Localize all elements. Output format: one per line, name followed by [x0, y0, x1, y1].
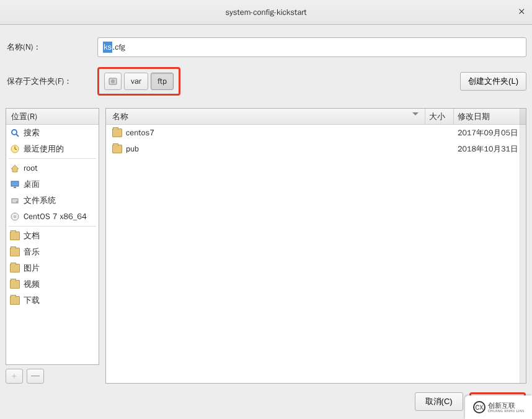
add-place-button[interactable]: +	[6, 369, 23, 384]
svg-point-11	[16, 201, 17, 202]
search-icon	[10, 128, 20, 138]
file-row[interactable]: pub 2018年10月31日	[106, 141, 526, 157]
watermark: CX 创新互联 CHUANG XINHU LIAN	[465, 395, 532, 419]
file-list-pane: 名称 大小 修改日期 centos7 2017年09月05日 pub 2018年…	[105, 108, 526, 384]
home-icon	[10, 163, 20, 173]
scrollbar[interactable]	[520, 109, 526, 383]
column-name[interactable]: 名称	[106, 109, 425, 124]
place-label: 视频	[24, 279, 40, 290]
place-root[interactable]: root	[6, 160, 99, 176]
column-date[interactable]: 修改日期	[454, 109, 526, 124]
file-date: 2018年10月31日	[454, 144, 526, 155]
place-pictures[interactable]: 图片	[6, 260, 99, 276]
crumb-ftp[interactable]: ftp	[151, 73, 174, 90]
folder-label: 保存于文件夹(F)：	[6, 76, 97, 87]
folder-icon	[10, 279, 20, 289]
place-label: CentOS 7 x86_64	[24, 211, 87, 222]
svg-rect-9	[14, 187, 16, 188]
place-documents[interactable]: 文档	[6, 228, 99, 244]
watermark-brand: 创新互联	[488, 402, 524, 409]
folder-icon	[10, 263, 20, 273]
svg-marker-7	[11, 165, 19, 172]
place-sep	[9, 226, 96, 227]
breadcrumb-highlight: var ftp	[97, 67, 180, 96]
place-label: root	[24, 163, 37, 174]
svg-rect-8	[11, 181, 19, 186]
place-music[interactable]: 音乐	[6, 244, 99, 260]
place-sep	[9, 158, 96, 159]
place-videos[interactable]: 视频	[6, 276, 99, 292]
svg-rect-10	[12, 199, 18, 203]
file-date: 2017年09月05日	[454, 128, 526, 138]
place-downloads[interactable]: 下载	[6, 292, 99, 309]
file-name: centos7	[126, 127, 154, 138]
places-list: 位置(R) 搜索 最近使用的 root 桌面	[6, 108, 99, 365]
place-label: 文件系统	[24, 195, 56, 206]
place-label: 搜索	[24, 127, 40, 138]
place-filesystem[interactable]: 文件系统	[6, 192, 99, 209]
remove-place-button[interactable]: —	[27, 369, 44, 384]
sort-indicator-icon	[412, 112, 419, 115]
crumb-var[interactable]: var	[124, 73, 148, 90]
svg-point-1	[111, 79, 115, 83]
column-size[interactable]: 大小	[425, 109, 454, 124]
place-label: 最近使用的	[24, 143, 64, 155]
window-titlebar: system-config-kickstart ×	[0, 0, 532, 25]
place-label: 音乐	[24, 246, 40, 258]
watermark-logo-icon: CX	[473, 401, 485, 413]
create-folder-button[interactable]: 创建文件夹(L)	[460, 72, 526, 91]
place-label: 桌面	[24, 179, 40, 190]
place-disc[interactable]: CentOS 7 x86_64	[6, 209, 99, 225]
place-recent[interactable]: 最近使用的	[6, 141, 99, 157]
place-desktop[interactable]: 桌面	[6, 176, 99, 192]
desktop-icon	[10, 179, 20, 189]
disc-icon	[10, 212, 20, 222]
svg-line-3	[16, 134, 19, 137]
watermark-sub: CHUANG XINHU LIAN	[488, 409, 524, 413]
svg-point-13	[14, 216, 16, 218]
filename-selected-part: ks	[103, 42, 112, 53]
disk-icon	[108, 76, 118, 86]
cancel-button[interactable]: 取消(C)	[415, 392, 463, 411]
crumb-root[interactable]	[104, 73, 122, 90]
svg-point-2	[12, 130, 17, 135]
place-label: 文档	[24, 230, 40, 241]
folder-icon	[10, 295, 20, 305]
file-row[interactable]: centos7 2017年09月05日	[106, 125, 526, 141]
place-label: 图片	[24, 263, 40, 274]
filename-rest: .cfg	[112, 42, 125, 53]
window-title: system-config-kickstart	[226, 7, 307, 18]
folder-icon	[112, 145, 122, 153]
place-search[interactable]: 搜索	[6, 125, 99, 141]
places-header: 位置(R)	[6, 109, 99, 125]
name-label: 名称(N)：	[6, 42, 97, 53]
close-icon[interactable]: ×	[518, 5, 525, 18]
folder-icon	[112, 128, 122, 137]
clock-icon	[10, 144, 20, 154]
file-name: pub	[126, 143, 139, 155]
filename-input[interactable]: ks.cfg	[97, 37, 526, 57]
folder-icon	[10, 231, 20, 241]
folder-icon	[10, 247, 20, 257]
place-label: 下载	[24, 295, 40, 306]
drive-icon	[10, 196, 20, 205]
